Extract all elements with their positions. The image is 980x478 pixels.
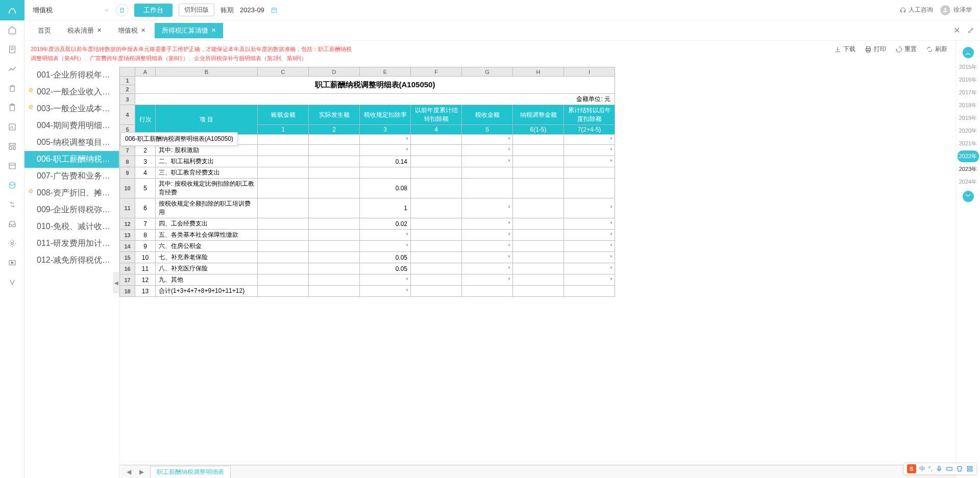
doc-icon[interactable] (0, 40, 24, 59)
warn-icon: ⊘ (29, 87, 33, 93)
ime-lang[interactable]: 中 (919, 465, 925, 473)
doc-shortcut-icon[interactable] (116, 4, 128, 16)
tab-0[interactable]: 首页 (31, 23, 58, 38)
tax-icon[interactable] (0, 175, 24, 195)
form-item-0[interactable]: 001-企业所得税年度纳税申... (24, 67, 119, 84)
inbox-icon[interactable] (0, 214, 24, 234)
ime-mic-icon[interactable] (936, 465, 943, 472)
sheet-tab-prev-icon[interactable]: ◀ (125, 468, 133, 475)
form-tooltip: 006-职工薪酬纳税调整明细表(A105050) (120, 132, 238, 146)
left-nav-rail (0, 0, 24, 478)
form-item-11[interactable]: 012-减免所得税优惠明细表(... (24, 252, 119, 269)
tab-close-icon[interactable]: ✕ (97, 27, 102, 34)
form-item-7[interactable]: ⊘008-资产折旧、摊销及纳税... (24, 185, 119, 202)
collapse-handle-icon[interactable]: ◀ (113, 272, 119, 293)
year-2019年[interactable]: 2019年 (958, 112, 979, 124)
warn-icon: ⊘ (29, 188, 33, 194)
tab-3[interactable]: 所得税汇算清缴✕ (155, 23, 223, 38)
svg-rect-19 (272, 8, 276, 12)
ime-tools-icon[interactable] (966, 465, 973, 472)
spreadsheet-area[interactable]: ABCDEFGHI1职工薪酬纳税调整明细表(A105050)23金额单位: 元4… (119, 67, 955, 465)
year-2016年[interactable]: 2016年 (958, 74, 979, 86)
form-item-10[interactable]: 011-研发费用加计扣除优惠... (24, 235, 119, 252)
form-item-3[interactable]: 004-期间费用明细表(A1040... (24, 117, 119, 134)
year-down-icon[interactable]: ︾ (963, 191, 974, 202)
svg-point-23 (944, 8, 946, 10)
ime-punct-icon[interactable]: °, (928, 465, 933, 472)
form-item-9[interactable]: 010-免税、减计收入及加计... (24, 218, 119, 235)
template-icon[interactable] (0, 137, 24, 156)
svg-rect-9 (9, 143, 15, 145)
period-label: 账期 (220, 6, 234, 15)
year-up-icon[interactable]: ︽ (963, 47, 974, 58)
ime-bar: S 中 °, (903, 463, 977, 475)
tab-1[interactable]: 税表清册✕ (60, 23, 109, 38)
form-item-6[interactable]: 007-广告费和业务宣传费跨... (24, 168, 119, 185)
form-item-5[interactable]: 006-职工薪酬纳税调整明细... (24, 151, 119, 168)
print-button[interactable]: 打印 (865, 45, 886, 54)
svg-rect-12 (9, 163, 15, 169)
year-2017年[interactable]: 2017年 (958, 87, 979, 98)
user-menu[interactable]: 徐泽华 (940, 5, 972, 15)
workspace-button[interactable]: 工作台 (134, 4, 173, 17)
svg-point-14 (11, 242, 13, 245)
sheet-tabs: ◀ ▶ 职工薪酬纳税调整明细表 ⋮ ◀ (119, 465, 955, 478)
tab-close-icon[interactable]: ✕ (141, 27, 145, 34)
svg-rect-29 (967, 466, 969, 468)
avatar-icon (940, 5, 950, 15)
support-link[interactable]: 人工咨询 (899, 6, 933, 14)
period-value: 2023-09 (240, 6, 264, 14)
year-2018年[interactable]: 2018年 (958, 99, 979, 111)
bag-icon[interactable] (0, 79, 24, 98)
calendar-icon[interactable] (0, 156, 24, 175)
home-icon[interactable] (0, 20, 24, 40)
notice-text: 2019年度涉及取以前年度结转数据的申报表单元格需要手工维护正确，才能保证本年及… (31, 45, 357, 63)
username-label: 徐泽华 (953, 6, 972, 14)
form-item-1[interactable]: ⊘002-一般企业收入明细表(A... (24, 84, 119, 100)
chart-icon[interactable] (0, 59, 24, 79)
year-2022年[interactable]: 2022年 (958, 150, 979, 162)
tab-close-icon[interactable]: ✕ (211, 27, 216, 34)
tax-type-label: 增值税 (33, 6, 53, 15)
topbar: 增值税 工作台 切到旧版 账期 2023-09 人工咨询 徐 (24, 0, 980, 20)
svg-rect-27 (938, 466, 940, 469)
svg-rect-10 (9, 147, 12, 149)
ime-skin-icon[interactable] (956, 465, 963, 472)
svg-rect-24 (867, 46, 870, 48)
sheet-tab[interactable]: 职工薪酬纳税调整明细表 (150, 466, 231, 478)
form-item-8[interactable]: 009-企业所得税弥补亏损明... (24, 202, 119, 218)
tab-2[interactable]: 增值税✕ (111, 23, 153, 38)
app-logo (0, 0, 24, 20)
ime-logo-icon[interactable]: S (907, 464, 916, 473)
action-bar: 下载 打印 重置 刷新 (826, 41, 955, 67)
warn-icon: ⊘ (29, 104, 33, 110)
year-2024年[interactable]: 2024年 (958, 176, 979, 188)
close-all-tabs-icon[interactable]: ✕ (953, 26, 960, 35)
settings-icon[interactable] (0, 234, 24, 253)
svg-rect-32 (970, 469, 972, 471)
clipboard-icon[interactable] (0, 98, 24, 117)
svg-rect-11 (13, 147, 15, 149)
sheet-tab-next-icon[interactable]: ▶ (137, 468, 146, 475)
download-button[interactable]: 下载 (834, 45, 855, 54)
chevron-down-icon (104, 7, 110, 13)
tax-type-dropdown[interactable]: 增值税 (33, 6, 110, 15)
year-2020年[interactable]: 2020年 (958, 125, 979, 137)
expand-tabs-icon[interactable]: ⤢ (967, 26, 974, 35)
year-rail: ︽ 2015年2016年2017年2018年2019年2020年2021年202… (955, 41, 980, 478)
report-icon[interactable] (0, 117, 24, 137)
refresh-button[interactable]: 刷新 (926, 45, 947, 54)
video-icon[interactable] (0, 253, 24, 272)
year-2023年[interactable]: 2023年 (958, 163, 979, 175)
reset-button[interactable]: 重置 (895, 45, 917, 54)
v-icon[interactable] (0, 272, 24, 292)
form-item-2[interactable]: ⊘003-一般企业成本支出明细... (24, 100, 119, 117)
svg-rect-28 (947, 467, 952, 470)
transfer-icon[interactable] (0, 195, 24, 214)
year-2021年[interactable]: 2021年 (958, 138, 979, 149)
ime-keyboard-icon[interactable] (946, 465, 953, 472)
year-2015年[interactable]: 2015年 (958, 61, 979, 73)
form-item-4[interactable]: 005-纳税调整项目明细表(A1... (24, 134, 119, 151)
calendar-picker-icon[interactable] (271, 7, 278, 14)
switch-old-button[interactable]: 切到旧版 (179, 4, 214, 16)
